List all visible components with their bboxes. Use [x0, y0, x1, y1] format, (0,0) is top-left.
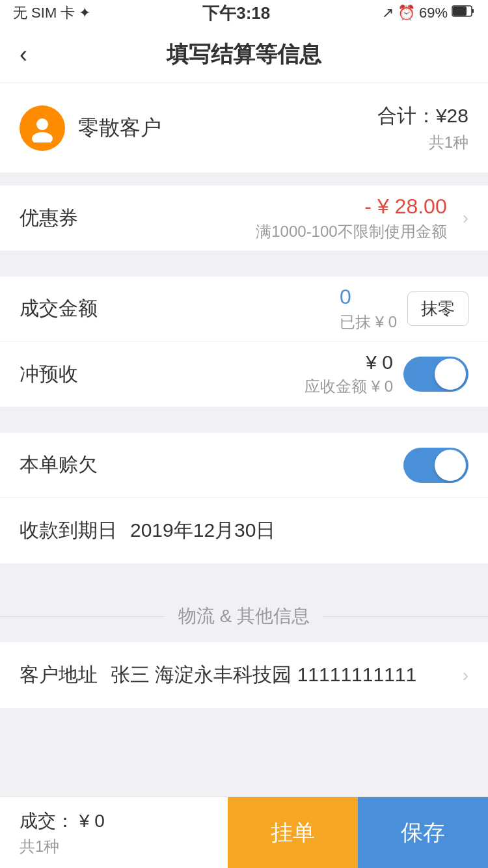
no-sim-text: 无 SIM 卡 ✦: [13, 3, 90, 23]
user-icon: [28, 114, 57, 142]
credit-right: [403, 448, 468, 483]
alarm-icon: ⏰: [398, 5, 415, 21]
transaction-deducted: 已抹 ¥ 0: [340, 312, 397, 332]
prepayment-amount: ¥ 0: [305, 351, 393, 373]
customer-left: 零散客户: [20, 105, 161, 151]
coupon-description: 满1000-100不限制使用金额: [256, 221, 446, 242]
transaction-label: 成交金额: [20, 295, 98, 322]
address-section: 客户地址 张三 海淀永丰科技园 11111111111 ›: [0, 642, 488, 708]
divider-1: [0, 264, 488, 277]
prepayment-receivable: 应收金额 ¥ 0: [305, 376, 393, 397]
total-count: 共1种: [377, 132, 468, 153]
prepayment-info: ¥ 0 应收金额 ¥ 0: [305, 351, 393, 397]
logistics-header: 物流 & 其他信息: [0, 590, 488, 642]
due-date-value[interactable]: 2019年12月30日: [130, 517, 275, 544]
bottom-summary-main: 成交： ¥ 0: [20, 809, 208, 834]
battery-text: 69%: [419, 5, 448, 21]
pending-button[interactable]: 挂单: [228, 797, 358, 869]
customer-name: 零散客户: [78, 114, 161, 142]
logistics-title: 物流 & 其他信息: [165, 604, 323, 629]
page-title: 填写结算等信息: [167, 40, 321, 70]
credit-toggle[interactable]: [403, 448, 468, 483]
credit-row: 本单赊欠: [0, 433, 488, 498]
location-icon: ↗: [382, 5, 394, 21]
rounding-button[interactable]: 抹零: [407, 292, 468, 326]
toggle-circle: [435, 359, 466, 390]
address-chevron-icon: ›: [463, 665, 468, 686]
transaction-right: 0 已抹 ¥ 0 抹零: [340, 285, 468, 332]
credit-toggle-circle: [435, 450, 466, 481]
svg-point-3: [36, 118, 48, 130]
prepayment-row: 冲预收 ¥ 0 应收金额 ¥ 0: [0, 342, 488, 407]
status-right: ↗ ⏰ 69%: [382, 5, 475, 21]
transaction-section: 成交金额 0 已抹 ¥ 0 抹零 冲预收 ¥ 0 应收金额 ¥ 0: [0, 277, 488, 407]
coupon-right: - ¥ 28.00 满1000-100不限制使用金额 ›: [256, 195, 468, 242]
address-label: 客户地址: [20, 662, 98, 688]
credit-label: 本单赊欠: [20, 452, 98, 478]
due-date-label: 收款到期日: [20, 517, 117, 544]
divider-3: [0, 577, 488, 590]
bottom-summary: 成交： ¥ 0 共1种: [0, 809, 228, 857]
content: 零散客户 合计：¥28 共1种 优惠券 - ¥ 28.00 满1000-100不…: [0, 83, 488, 799]
svg-point-4: [32, 132, 53, 142]
status-left: 无 SIM 卡 ✦: [13, 3, 90, 23]
nav-bar: ‹ 填写结算等信息: [0, 26, 488, 83]
address-row[interactable]: 客户地址 张三 海淀永丰科技园 11111111111 ›: [0, 642, 488, 708]
credit-section: 本单赊欠 收款到期日 2019年12月30日: [0, 433, 488, 564]
battery-icon: [452, 5, 475, 21]
coupon-chevron-icon: ›: [463, 208, 468, 228]
divider-2: [0, 420, 488, 433]
save-button[interactable]: 保存: [358, 797, 488, 869]
status-bar: 无 SIM 卡 ✦ 下午3:18 ↗ ⏰ 69%: [0, 0, 488, 26]
coupon-section: 优惠券 - ¥ 28.00 满1000-100不限制使用金额 ›: [0, 185, 488, 251]
address-value: 张三 海淀永丰科技园 11111111111: [111, 662, 457, 688]
prepayment-right: ¥ 0 应收金额 ¥ 0: [305, 351, 468, 397]
bottom-bar: 成交： ¥ 0 共1种 挂单 保存: [0, 796, 488, 868]
svg-rect-1: [472, 9, 474, 13]
status-time: 下午3:18: [202, 2, 270, 25]
coupon-label: 优惠券: [20, 205, 78, 232]
total-price: 合计：¥28: [377, 103, 468, 129]
coupon-row[interactable]: 优惠券 - ¥ 28.00 满1000-100不限制使用金额 ›: [0, 185, 488, 251]
due-date-row: 收款到期日 2019年12月30日: [0, 498, 488, 564]
bottom-summary-sub: 共1种: [20, 836, 208, 857]
transaction-row: 成交金额 0 已抹 ¥ 0 抹零: [0, 277, 488, 342]
coupon-info: - ¥ 28.00 满1000-100不限制使用金额: [256, 195, 446, 242]
prepayment-label: 冲预收: [20, 361, 78, 388]
customer-right: 合计：¥28 共1种: [377, 103, 468, 153]
prepayment-toggle[interactable]: [403, 357, 468, 392]
svg-rect-2: [453, 7, 467, 16]
back-button[interactable]: ‹: [20, 41, 27, 68]
customer-avatar: [20, 105, 65, 151]
coupon-discount: - ¥ 28.00: [256, 195, 446, 219]
transaction-amount: 0: [340, 285, 397, 309]
customer-section: 零散客户 合计：¥28 共1种: [0, 83, 488, 172]
transaction-info: 0 已抹 ¥ 0: [340, 285, 397, 332]
